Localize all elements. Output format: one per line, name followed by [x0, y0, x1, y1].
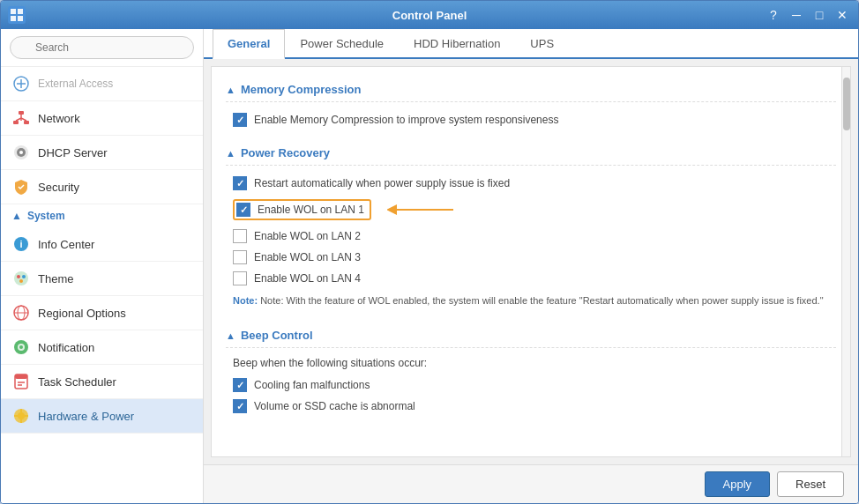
wol-lan3-checkbox[interactable] — [233, 250, 247, 264]
chevron-beep-icon: ▲ — [226, 330, 235, 341]
notification-label: Notification — [38, 341, 94, 354]
restart-auto-row: Restart automatically when power supply … — [226, 173, 836, 194]
sidebar-item-theme[interactable]: Theme — [1, 262, 203, 296]
tab-hdd-hibernation[interactable]: HDD Hibernation — [399, 29, 515, 59]
dhcp-icon — [11, 143, 31, 162]
volume-ssd-label: Volume or SSD cache is abnormal — [254, 400, 415, 412]
notification-icon — [11, 337, 31, 357]
hardware-icon — [11, 406, 31, 426]
sidebar-item-external-access[interactable]: External Access — [1, 67, 203, 101]
svg-point-17 — [17, 275, 20, 278]
dhcp-label: DHCP Server — [38, 146, 108, 159]
svg-point-16 — [14, 271, 28, 285]
svg-rect-5 — [19, 111, 24, 115]
beep-control-section-header: ▲ Beep Control — [226, 322, 836, 348]
network-icon — [11, 108, 31, 128]
info-center-label: Info Center — [38, 238, 94, 251]
sidebar-item-task-scheduler[interactable]: Task Scheduler — [1, 365, 203, 399]
chevron-power-icon: ▲ — [226, 148, 235, 159]
wol-lan1-checkbox[interactable] — [236, 203, 250, 217]
close-button[interactable]: ✕ — [833, 6, 851, 24]
task-icon — [11, 372, 31, 391]
titlebar-left — [8, 6, 26, 24]
sidebar-item-network[interactable]: Network — [1, 101, 203, 136]
sidebar-header: 🔍 — [1, 29, 203, 67]
system-group-header[interactable]: ▲ System — [1, 204, 203, 227]
sidebar-item-dhcp[interactable]: DHCP Server — [1, 136, 203, 170]
sidebar-item-hardware-power[interactable]: Hardware & Power — [1, 399, 203, 434]
beep-control-title: Beep Control — [241, 329, 313, 342]
sidebar-item-notification[interactable]: Notification — [1, 330, 203, 365]
network-label: Network — [38, 112, 80, 125]
scrollbar-thumb[interactable] — [843, 78, 850, 130]
restart-auto-label: Restart automatically when power supply … — [254, 177, 510, 189]
content-area: ▲ Memory Compression Enable Memory Compr… — [211, 66, 851, 457]
footer: Apply Reset — [204, 464, 858, 503]
sidebar-item-security[interactable]: Security — [1, 170, 203, 204]
window-controls: ? ─ □ ✕ — [765, 6, 851, 24]
search-input[interactable] — [10, 36, 194, 59]
external-access-label: External Access — [38, 78, 113, 90]
chevron-memory-icon: ▲ — [226, 85, 235, 95]
maximize-button[interactable]: □ — [810, 6, 828, 24]
wol-lan3-label: Enable WOL on LAN 3 — [254, 251, 361, 263]
svg-point-13 — [19, 151, 23, 154]
window-title: Control Panel — [392, 9, 467, 22]
wol-lan1-label: Enable WOL on LAN 1 — [258, 204, 364, 216]
theme-icon — [11, 269, 31, 288]
beep-intro: Beep when the following situations occur… — [226, 355, 836, 374]
hardware-label: Hardware & Power — [38, 410, 134, 423]
app-icon — [8, 6, 26, 24]
titlebar: Control Panel ? ─ □ ✕ — [1, 1, 858, 29]
wol-lan2-checkbox[interactable] — [233, 229, 247, 243]
memory-compression-section-header: ▲ Memory Compression — [226, 76, 836, 102]
security-icon — [11, 177, 31, 196]
cooling-fan-label: Cooling fan malfunctions — [254, 379, 370, 391]
svg-rect-7 — [24, 121, 29, 124]
cooling-fan-checkbox[interactable] — [233, 378, 247, 392]
tabs-bar: General Power Schedule HDD Hibernation U… — [204, 29, 858, 59]
svg-point-18 — [22, 275, 26, 278]
cooling-fan-row: Cooling fan malfunctions — [226, 374, 836, 396]
sidebar-item-info-center[interactable]: i Info Center — [1, 227, 203, 262]
restart-auto-checkbox[interactable] — [233, 176, 247, 190]
volume-ssd-checkbox[interactable] — [233, 399, 247, 413]
arrow-annotation — [387, 201, 458, 219]
main-content: 🔍 External Access Network — [1, 29, 858, 503]
right-panel: General Power Schedule HDD Hibernation U… — [204, 29, 858, 503]
svg-text:i: i — [19, 239, 22, 249]
wol-lan2-label: Enable WOL on LAN 2 — [254, 230, 361, 242]
wol-lan4-checkbox[interactable] — [233, 271, 247, 285]
enable-memory-compression-label: Enable Memory Compression to improve sys… — [254, 114, 558, 126]
tab-power-schedule[interactable]: Power Schedule — [285, 29, 399, 59]
svg-rect-1 — [18, 9, 23, 14]
regional-label: Regional Options — [38, 307, 126, 320]
svg-line-9 — [16, 118, 21, 121]
question-button[interactable]: ? — [765, 6, 782, 24]
memory-compression-row: Enable Memory Compression to improve sys… — [226, 109, 836, 130]
svg-rect-3 — [18, 16, 23, 21]
minimize-button[interactable]: ─ — [788, 6, 805, 24]
apply-button[interactable]: Apply — [705, 471, 771, 497]
arrow-svg — [387, 201, 458, 219]
note-content: Note: With the feature of WOL enabled, t… — [260, 295, 823, 306]
svg-point-31 — [18, 412, 25, 419]
regional-icon — [11, 303, 31, 322]
svg-rect-6 — [13, 121, 19, 124]
search-container: 🔍 — [10, 36, 194, 59]
wol-note: Note: Note: With the feature of WOL enab… — [226, 289, 836, 313]
svg-point-25 — [19, 345, 23, 349]
scrollbar[interactable] — [841, 67, 850, 456]
enable-memory-compression-checkbox[interactable] — [233, 113, 247, 127]
tab-general[interactable]: General — [213, 29, 285, 59]
volume-ssd-row: Volume or SSD cache is abnormal — [226, 396, 836, 417]
sidebar-item-regional[interactable]: Regional Options — [1, 296, 203, 330]
note-label: Note: — [233, 295, 258, 306]
wol-lan2-row: Enable WOL on LAN 2 — [226, 226, 836, 247]
reset-button[interactable]: Reset — [777, 471, 844, 497]
tab-ups[interactable]: UPS — [515, 29, 569, 59]
app-icon-svg — [10, 8, 24, 22]
svg-point-19 — [19, 279, 23, 283]
power-recovery-title: Power Recovery — [241, 146, 330, 159]
power-recovery-section-header: ▲ Power Recovery — [226, 139, 836, 166]
